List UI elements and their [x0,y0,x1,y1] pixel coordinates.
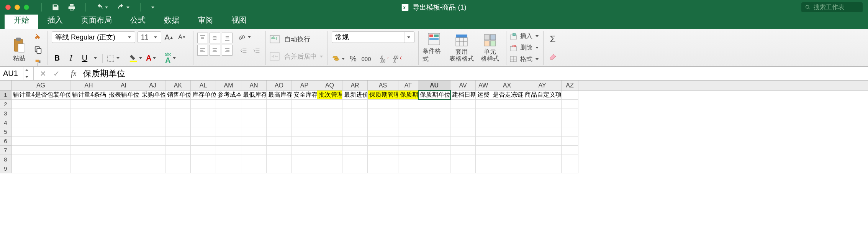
cell[interactable] [523,137,562,146]
cell[interactable]: 保质期管理 [368,91,398,100]
cell[interactable] [398,164,418,173]
print-icon[interactable] [68,3,75,11]
cell[interactable] [418,146,450,155]
cell[interactable]: 建档日期 [450,91,476,100]
conditional-formatting-button[interactable]: 条件格式 [423,33,445,63]
cell[interactable] [418,155,450,164]
number-format-input[interactable] [332,32,404,43]
cell[interactable] [107,164,140,173]
cell[interactable] [70,127,107,137]
cell[interactable] [216,109,241,118]
save-icon[interactable] [52,3,59,11]
column-header[interactable]: AG [11,81,70,90]
cell[interactable] [267,118,292,127]
autosum-button[interactable]: Σ [547,34,558,44]
cell[interactable] [70,137,107,146]
cell[interactable] [523,155,562,164]
cell[interactable] [450,100,476,109]
increase-indent-button[interactable] [251,46,262,57]
select-all-corner[interactable] [0,81,11,90]
cell[interactable]: 最高库存 [267,91,292,100]
row-header[interactable]: 5 [0,127,11,137]
zoom-window-button[interactable] [24,5,29,10]
cell[interactable] [292,137,317,146]
row-header[interactable]: 3 [0,109,11,118]
chevron-down-icon[interactable] [151,32,159,43]
decrease-font-button[interactable]: A▼ [177,32,187,43]
cell[interactable] [398,109,418,118]
cell[interactable] [342,146,368,155]
cell[interactable] [140,146,165,155]
cell[interactable] [107,137,140,146]
wrap-text-button[interactable]: ab 自动换行 [270,31,324,47]
cell[interactable] [11,155,70,164]
cell[interactable] [562,137,578,146]
merge-dropdown[interactable] [319,51,324,62]
name-box-down[interactable] [23,74,30,81]
cell[interactable] [267,155,292,164]
column-header[interactable]: AS [368,81,398,90]
cell[interactable] [418,164,450,173]
cell[interactable] [491,109,523,118]
cell[interactable] [562,109,578,118]
column-header[interactable]: AI [107,81,140,90]
font-size-input[interactable] [138,32,151,43]
cell[interactable] [450,127,476,137]
cell[interactable] [342,164,368,173]
cell[interactable] [368,146,398,155]
delete-cells-button[interactable]: x 删除 [510,43,539,53]
column-header[interactable]: AK [165,81,191,90]
cell[interactable] [450,164,476,173]
cell[interactable] [191,109,216,118]
cell[interactable] [562,100,578,109]
cell[interactable] [292,109,317,118]
cell[interactable] [418,100,450,109]
clear-button[interactable] [547,51,558,62]
cell[interactable] [216,164,241,173]
cell[interactable] [191,146,216,155]
cell[interactable] [191,118,216,127]
cell[interactable] [418,118,450,127]
redo-button[interactable] [117,2,130,13]
cell-styles-button[interactable]: 单元 格样式 [478,34,502,62]
cell[interactable] [241,127,267,137]
cell[interactable] [140,109,165,118]
insert-cells-button[interactable]: + 插入 [510,31,539,42]
cell[interactable] [165,155,191,164]
column-header[interactable]: AW [476,81,491,90]
cell[interactable] [523,164,562,173]
cell[interactable] [317,146,342,155]
column-header[interactable]: AQ [317,81,342,90]
cell[interactable] [165,137,191,146]
cell[interactable] [11,100,70,109]
cell[interactable] [11,109,70,118]
cell[interactable] [450,155,476,164]
column-header[interactable]: AY [523,81,562,90]
cell[interactable] [398,137,418,146]
cell[interactable]: 销售单位 [165,91,191,100]
cell[interactable] [241,146,267,155]
merge-center-button[interactable]: 合并后居中 [270,49,324,64]
phonetic-guide-button[interactable]: abcA [164,52,177,64]
cell[interactable] [216,127,241,137]
cell[interactable] [267,146,292,155]
decrease-decimal-button[interactable]: .00.0 [392,53,403,64]
cell[interactable] [11,118,70,127]
cell[interactable] [418,127,450,137]
cut-button[interactable] [33,31,44,42]
column-header[interactable]: AU [418,81,450,90]
name-box[interactable] [0,67,34,80]
cell[interactable] [140,164,165,173]
cell[interactable] [107,109,140,118]
cell[interactable] [476,164,491,173]
cell[interactable] [368,109,398,118]
cell[interactable] [491,155,523,164]
cell[interactable] [368,164,398,173]
cell[interactable] [107,127,140,137]
comma-style-button[interactable]: 000 [361,53,372,64]
align-center-button[interactable] [210,45,220,56]
cell[interactable] [292,127,317,137]
column-header[interactable]: AJ [140,81,165,90]
cell[interactable] [191,164,216,173]
cell[interactable] [368,137,398,146]
